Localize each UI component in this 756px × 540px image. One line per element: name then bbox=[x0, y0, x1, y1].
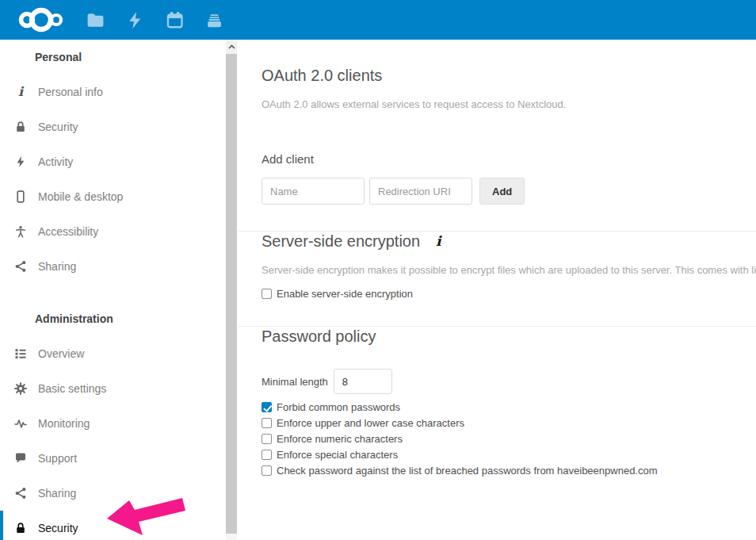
sidebar-item-label: Security bbox=[38, 121, 78, 133]
encryption-section-title: Server-side encryption i bbox=[262, 232, 756, 251]
minimal-length-row: Minimal length bbox=[262, 369, 756, 394]
policy-option-label: Enforce upper and lower case characters bbox=[277, 417, 464, 429]
sidebar-item-label: Mobile & desktop bbox=[38, 190, 123, 203]
sidebar-item-activity[interactable]: Activity bbox=[0, 144, 226, 179]
sidebar-item-label: Overview bbox=[38, 347, 84, 360]
activity-app-button[interactable] bbox=[115, 0, 155, 40]
sidebar-item-mobile-desktop[interactable]: Mobile & desktop bbox=[0, 179, 226, 214]
enforce-upper-lower-checkbox[interactable] bbox=[262, 418, 272, 428]
chevron-up-icon bbox=[228, 44, 235, 49]
sidebar-item-basic-settings[interactable]: Basic settings bbox=[0, 371, 226, 406]
policy-option-label: Check password against the list of breac… bbox=[277, 465, 658, 477]
add-client-heading: Add client bbox=[262, 152, 756, 166]
sidebar-item-label: Support bbox=[38, 452, 77, 465]
sidebar-item-accessibility[interactable]: Accessibility bbox=[0, 214, 226, 249]
chat-icon bbox=[14, 452, 27, 465]
policy-option-label: Enforce numeric characters bbox=[277, 433, 403, 445]
sidebar-item-security-admin[interactable]: Security bbox=[0, 511, 226, 540]
nextcloud-logo[interactable] bbox=[7, 0, 64, 40]
top-header-bar bbox=[0, 0, 756, 40]
password-policy-options: Forbid common passwords Enforce upper an… bbox=[262, 401, 756, 477]
enable-encryption-label: Enable server-side encryption bbox=[277, 288, 413, 300]
lightning-icon bbox=[125, 10, 145, 30]
oauth-section-description: OAuth 2.0 allows external services to re… bbox=[262, 96, 756, 113]
client-name-input[interactable] bbox=[262, 178, 365, 205]
settings-sidebar: Personal i Personal info Security Activi… bbox=[0, 40, 238, 540]
pulse-icon bbox=[14, 417, 27, 430]
deck-icon bbox=[204, 10, 224, 30]
policy-option-row: Check password against the list of breac… bbox=[262, 465, 756, 477]
policy-option-row: Enforce special characters bbox=[262, 449, 756, 461]
enable-encryption-row: Enable server-side encryption bbox=[262, 288, 756, 300]
sidebar-item-sharing-admin[interactable]: Sharing bbox=[0, 476, 226, 511]
policy-option-row: Forbid common passwords bbox=[262, 401, 756, 413]
deck-app-button[interactable] bbox=[194, 0, 234, 40]
sidebar-item-label: Personal info bbox=[38, 86, 103, 98]
scroll-up-button[interactable] bbox=[226, 40, 237, 54]
sidebar-item-label: Monitoring bbox=[38, 417, 90, 430]
sidebar-section-personal: Personal bbox=[0, 40, 226, 75]
password-policy-title: Password policy bbox=[262, 327, 756, 346]
policy-option-label: Enforce special characters bbox=[277, 449, 398, 461]
encryption-description: Server-side encryption makes it possible… bbox=[262, 262, 756, 278]
info-icon: i bbox=[14, 86, 27, 98]
policy-option-label: Forbid common passwords bbox=[277, 401, 400, 413]
files-app-button[interactable] bbox=[75, 0, 115, 40]
sidebar-item-label: Activity bbox=[38, 155, 73, 168]
policy-option-row: Enforce numeric characters bbox=[262, 433, 756, 445]
enable-encryption-checkbox[interactable] bbox=[262, 289, 272, 299]
folder-icon bbox=[86, 10, 105, 30]
calendar-app-button[interactable] bbox=[155, 0, 194, 40]
calendar-icon bbox=[165, 10, 185, 30]
info-icon[interactable]: i bbox=[436, 232, 441, 251]
check-breached-passwords-checkbox[interactable] bbox=[262, 465, 272, 476]
lock-icon bbox=[14, 522, 27, 534]
sidebar-item-sharing-personal[interactable]: Sharing bbox=[0, 249, 226, 284]
encryption-title-text: Server-side encryption bbox=[262, 232, 420, 251]
minimal-length-label: Minimal length bbox=[262, 376, 328, 388]
enforce-special-checkbox[interactable] bbox=[262, 450, 272, 460]
sidebar-item-personal-info[interactable]: i Personal info bbox=[0, 75, 226, 109]
sidebar-section-administration: Administration bbox=[0, 301, 226, 336]
sidebar-item-label: Basic settings bbox=[38, 382, 106, 395]
sidebar-item-overview[interactable]: Overview bbox=[0, 336, 226, 371]
phone-icon bbox=[14, 190, 27, 203]
sidebar-item-label: Sharing bbox=[38, 260, 76, 273]
accessibility-icon bbox=[14, 225, 27, 238]
redirection-uri-input[interactable] bbox=[369, 178, 472, 205]
enforce-numeric-checkbox[interactable] bbox=[262, 434, 272, 444]
settings-main-panel: OAuth 2.0 clients OAuth 2.0 allows exter… bbox=[238, 40, 756, 540]
gear-icon bbox=[14, 382, 27, 395]
oauth-section-title: OAuth 2.0 clients bbox=[262, 66, 756, 85]
sidebar-item-monitoring[interactable]: Monitoring bbox=[0, 406, 226, 441]
share-icon bbox=[14, 487, 27, 500]
sidebar-item-label: Sharing bbox=[38, 487, 76, 500]
lightning-icon bbox=[14, 155, 27, 168]
sidebar-item-label: Security bbox=[38, 522, 78, 534]
sidebar-scrollbar[interactable] bbox=[226, 40, 237, 540]
forbid-common-passwords-checkbox[interactable] bbox=[262, 402, 272, 412]
minimal-length-input[interactable] bbox=[334, 369, 392, 394]
scrollbar-thumb[interactable] bbox=[226, 54, 237, 534]
policy-option-row: Enforce upper and lower case characters bbox=[262, 417, 756, 429]
sidebar-item-label: Accessibility bbox=[38, 225, 98, 238]
lock-icon bbox=[14, 121, 27, 133]
sidebar-item-support[interactable]: Support bbox=[0, 441, 226, 476]
sidebar-item-security-personal[interactable]: Security bbox=[0, 109, 226, 144]
add-client-button[interactable]: Add bbox=[479, 178, 525, 205]
share-icon bbox=[14, 260, 27, 273]
list-icon bbox=[14, 347, 27, 360]
